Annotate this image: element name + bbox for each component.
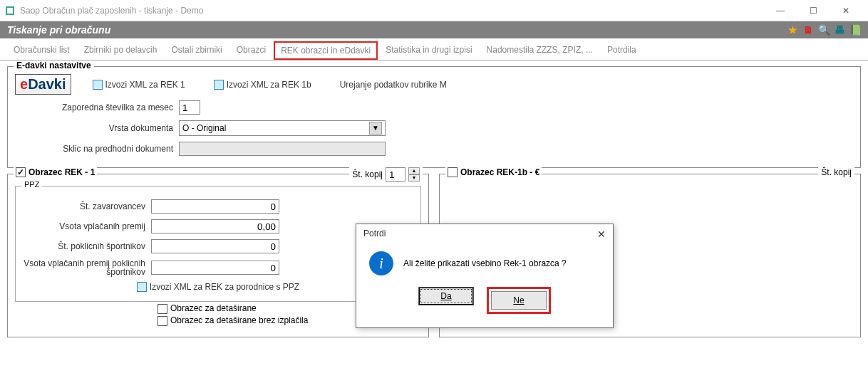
- export-xml-rek1b[interactable]: Izvozi XML za REK 1b: [214, 80, 311, 90]
- export-rek1-label: Izvozi XML za REK 1: [105, 80, 185, 90]
- xml-icon: [93, 80, 103, 90]
- chevron-down-icon: ▼: [369, 122, 382, 135]
- book-icon[interactable]: 📗: [849, 24, 861, 36]
- tab-obrazci[interactable]: Obrazci: [230, 41, 272, 60]
- tab-statistika[interactable]: Statistika in drugi izpisi: [379, 41, 478, 60]
- zap-stevilka-label: Zaporedna številka za mesec: [15, 103, 179, 112]
- red-highlight-no: Ne: [487, 287, 551, 314]
- window-titlebar: Saop Obračun plač zaposlenih - tiskanje …: [0, 0, 868, 21]
- star-icon[interactable]: ★: [787, 24, 798, 36]
- export-porodnice-label: Izvozi XML za REK za porodnice s PPZ: [150, 282, 299, 292]
- vrsta-dokumenta-value: O - Original: [182, 123, 226, 133]
- detasirane-checkbox[interactable]: [157, 304, 167, 314]
- printer-icon[interactable]: 🖶: [834, 24, 845, 36]
- st-sportnikov-label: Št. poklicnih športnikov: [23, 241, 151, 251]
- edavki-group-title: E-davki nastavitve: [14, 61, 94, 70]
- rek1b-checkbox[interactable]: [448, 167, 458, 177]
- tab-obracunski-list[interactable]: Obračunski list: [7, 41, 76, 60]
- dialog-message: Ali želite prikazati vsebino Rek-1 obraz…: [403, 258, 567, 268]
- tab-rek-obrazci[interactable]: REK obrazci in eDdavki: [274, 41, 378, 60]
- vsota-premij-input[interactable]: [151, 219, 279, 233]
- tab-ostali-zbirniki[interactable]: Ostali zbirniki: [165, 41, 228, 60]
- zap-stevilka-input[interactable]: [179, 100, 200, 115]
- rek1-checkbox[interactable]: ✓: [16, 167, 26, 177]
- detasirane-brez-label: Obrazec za detaširane brez izplačila: [170, 315, 308, 325]
- edavki-nastavitve-group: E-davki nastavitve eDavki Izvozi XML za …: [7, 66, 861, 168]
- info-icon: i: [369, 251, 393, 275]
- rek1b-kopij-label: Št. kopij: [821, 167, 852, 177]
- section-title: Tiskanje pri obračunu: [7, 24, 787, 36]
- preview-icon[interactable]: 🔍: [818, 24, 830, 36]
- rek1-kopij-input[interactable]: [386, 167, 405, 182]
- export-rek1b-label: Izvozi XML za REK 1b: [227, 80, 311, 90]
- minimize-button[interactable]: —: [764, 1, 797, 21]
- kopij-down-button[interactable]: ▼: [408, 174, 420, 182]
- dialog-close-button[interactable]: ✕: [597, 229, 606, 240]
- window-title: Saop Obračun plač zaposlenih - tiskanje …: [20, 6, 764, 16]
- dialog-no-button[interactable]: Ne: [491, 291, 547, 310]
- tab-nadomestila[interactable]: Nadomestila ZZZS, ZPIZ, ...: [480, 41, 599, 60]
- vsota-premij-label: Vsota vplačanih premij: [23, 221, 151, 231]
- st-sportnikov-input[interactable]: [151, 239, 279, 253]
- st-zavarovancev-input[interactable]: [151, 199, 279, 214]
- detasirane-brez-checkbox[interactable]: [157, 316, 167, 326]
- detasirane-label: Obrazec za detaširane: [170, 303, 257, 313]
- kopij-up-button[interactable]: ▲: [408, 167, 420, 174]
- tab-zbirniki-po-delavcih[interactable]: Zbirniki po delavcih: [78, 41, 164, 60]
- tab-potrdila[interactable]: Potrdila: [601, 41, 643, 60]
- urejanje-rubrike-m[interactable]: Urejanje podatkov rubrike M: [340, 80, 447, 90]
- export-xml-rek1[interactable]: Izvozi XML za REK 1: [93, 80, 185, 90]
- close-button[interactable]: ✕: [830, 1, 862, 21]
- xml-icon: [214, 80, 224, 90]
- rek1-group-title: Obrazec REK - 1: [29, 167, 95, 177]
- xml-icon: [137, 282, 147, 292]
- dialog-yes-button[interactable]: Da: [418, 287, 474, 305]
- edavki-logo: eDavki: [15, 74, 71, 95]
- vrsta-dokumenta-label: Vrsta dokumenta: [15, 123, 179, 133]
- export-xml-porodnice[interactable]: Izvozi XML za REK za porodnice s PPZ: [137, 282, 299, 292]
- vsota-premij-sport-input[interactable]: [151, 261, 279, 275]
- ppz-title: PPZ: [21, 180, 42, 189]
- tab-strip: Obračunski list Zbirniki po delavcih Ost…: [0, 38, 868, 61]
- doc-red-icon[interactable]: 🗎: [802, 24, 814, 36]
- st-zavarovancev-label: Št. zavarovancev: [23, 201, 151, 211]
- vrsta-dokumenta-select[interactable]: O - Original ▼: [179, 120, 386, 136]
- sklic-input[interactable]: [179, 142, 386, 156]
- sklic-label: Sklic na predhodni dokument: [15, 144, 179, 154]
- rek1-kopij-label: Št. kopij: [352, 169, 383, 179]
- dialog-title: Potrdi: [363, 229, 386, 240]
- vsota-premij-sport-label: Vsota vplačanih premij poklicnih športni…: [23, 259, 151, 276]
- confirm-dialog: Potrdi ✕ i Ali želite prikazati vsebino …: [356, 224, 614, 328]
- rek1b-group-title: Obrazec REK-1b - €: [460, 167, 539, 177]
- section-header: Tiskanje pri obračunu ★ 🗎 🔍 🖶 📗: [0, 21, 868, 38]
- maximize-button[interactable]: ☐: [797, 1, 830, 21]
- app-icon: [6, 6, 14, 15]
